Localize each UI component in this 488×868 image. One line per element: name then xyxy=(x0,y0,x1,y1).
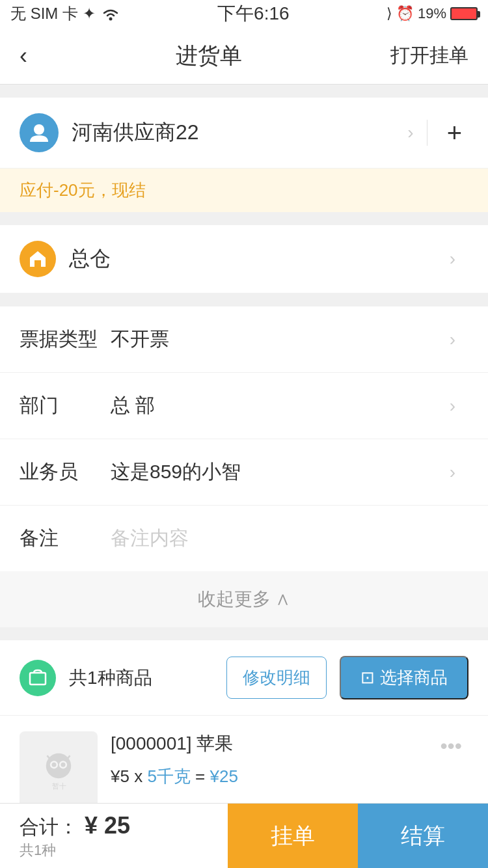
total-amount: ¥ 25 xyxy=(85,812,130,839)
staff-value: 这是859的小智 xyxy=(111,459,450,485)
notice-bar: 应付-20元，现结 xyxy=(0,169,488,212)
product-more-button[interactable]: ••• xyxy=(433,731,468,761)
cart-icon xyxy=(27,668,48,688)
svg-rect-2 xyxy=(34,260,41,267)
status-right: ⟩ ⏰ 19% xyxy=(386,5,478,22)
svg-point-4 xyxy=(46,753,72,779)
gap-4 xyxy=(0,627,488,640)
supplier-chevron-icon: › xyxy=(407,122,413,143)
total-sub: 共1种 xyxy=(20,841,208,860)
total-section: 合计： ¥ 25 共1种 xyxy=(0,812,228,860)
warehouse-chevron-icon: › xyxy=(450,249,455,269)
product-default-icon: 暂十 xyxy=(36,748,81,793)
gap-3 xyxy=(0,293,488,306)
hang-button[interactable]: 挂单 xyxy=(228,804,358,869)
warehouse-row[interactable]: 总仓 › xyxy=(0,225,488,293)
products-count: 共1种商品 xyxy=(69,666,213,690)
svg-rect-3 xyxy=(30,673,46,685)
dept-label: 部门 xyxy=(20,392,111,419)
select-product-label: 选择商品 xyxy=(380,666,448,689)
home-icon xyxy=(27,249,48,269)
dept-chevron-icon: › xyxy=(450,396,455,416)
svg-point-0 xyxy=(109,18,112,21)
products-header: 共1种商品 修改明细 ⊡ 选择商品 xyxy=(0,640,488,715)
status-bar: 无 SIM 卡 ✦ 下午6:16 ⟩ ⏰ 19% xyxy=(0,0,488,27)
battery-icon xyxy=(450,7,478,20)
product-price-row: ¥5 x 5千克 = ¥25 xyxy=(111,765,420,788)
hang-label: 挂单 xyxy=(271,821,315,851)
battery-percent: 19% xyxy=(418,5,446,22)
gap-1 xyxy=(0,85,488,98)
remark-row[interactable]: 备注 备注内容 xyxy=(0,505,488,571)
warehouse-name: 总仓 xyxy=(69,245,450,273)
ticket-type-chevron-icon: › xyxy=(450,329,455,350)
price-equals: = xyxy=(195,766,210,786)
warehouse-icon xyxy=(20,241,56,277)
product-name: [0000001] 苹果 xyxy=(111,731,420,756)
dept-row[interactable]: 部门 总 部 › xyxy=(0,372,488,439)
dept-value: 总 部 xyxy=(111,392,450,419)
checkout-label: 结算 xyxy=(401,821,445,851)
checkout-button[interactable]: 结算 xyxy=(358,804,488,869)
person-icon xyxy=(27,121,51,144)
edit-detail-button[interactable]: 修改明细 xyxy=(226,657,327,699)
bottom-bar: 合计： ¥ 25 共1种 挂单 结算 xyxy=(0,803,488,868)
notice-text: 应付-20元，现结 xyxy=(20,180,146,200)
staff-label: 业务员 xyxy=(20,459,111,485)
supplier-name[interactable]: 河南供应商22 xyxy=(72,118,407,147)
staff-row[interactable]: 业务员 这是859的小智 › xyxy=(0,439,488,505)
select-product-icon: ⊡ xyxy=(360,668,375,688)
price-multiply: x xyxy=(134,766,147,786)
supplier-row: 河南供应商22 › + xyxy=(0,98,488,169)
collapse-label: 收起更多 ∧ xyxy=(198,589,291,609)
product-code: [0000001] xyxy=(111,733,192,753)
remark-label: 备注 xyxy=(20,525,111,552)
remark-placeholder: 备注内容 xyxy=(111,525,468,552)
staff-chevron-icon: › xyxy=(450,462,455,483)
collapse-more-button[interactable]: 收起更多 ∧ xyxy=(0,571,488,627)
page-title: 进货单 xyxy=(176,41,242,71)
ticket-type-value: 不开票 xyxy=(111,326,450,353)
nav-bar: ‹ 进货单 打开挂单 xyxy=(0,27,488,85)
add-supplier-button[interactable]: + xyxy=(441,118,468,148)
svg-point-7 xyxy=(52,763,57,767)
total-main: 合计： ¥ 25 xyxy=(20,812,208,841)
product-total: ¥25 xyxy=(210,766,238,786)
unit-price: ¥5 xyxy=(111,766,129,786)
ticket-type-row[interactable]: 票据类型 不开票 › xyxy=(0,306,488,372)
divider xyxy=(427,120,427,146)
status-left: 无 SIM 卡 ✦ xyxy=(10,3,120,24)
svg-text:暂十: 暂十 xyxy=(52,782,66,790)
total-label: 合计： xyxy=(20,814,78,841)
product-info: [0000001] 苹果 ¥5 x 5千克 = ¥25 xyxy=(111,731,420,788)
open-pending-button[interactable]: 打开挂单 xyxy=(390,42,468,69)
status-time: 下午6:16 xyxy=(217,1,290,26)
wifi-icon xyxy=(101,7,120,21)
supplier-section: 河南供应商22 › + 应付-20元，现结 xyxy=(0,98,488,212)
product-thumbnail: 暂十 xyxy=(20,731,98,809)
product-qty: 5千克 xyxy=(147,766,190,786)
back-button[interactable]: ‹ xyxy=(20,42,27,70)
products-icon xyxy=(20,660,56,696)
ticket-type-label: 票据类型 xyxy=(20,326,111,353)
product-title-name: 苹果 xyxy=(197,733,233,753)
alarm-icon: ⏰ xyxy=(396,5,414,22)
form-section: 票据类型 不开票 › 部门 总 部 › 业务员 这是859的小智 › 备注 备注… xyxy=(0,306,488,571)
supplier-avatar xyxy=(20,113,59,152)
select-product-button[interactable]: ⊡ 选择商品 xyxy=(340,656,468,699)
svg-point-8 xyxy=(61,763,66,767)
sim-label: 无 SIM 卡 ✦ xyxy=(10,3,96,24)
svg-point-1 xyxy=(34,124,44,135)
location-icon: ⟩ xyxy=(386,5,392,22)
gap-2 xyxy=(0,212,488,225)
